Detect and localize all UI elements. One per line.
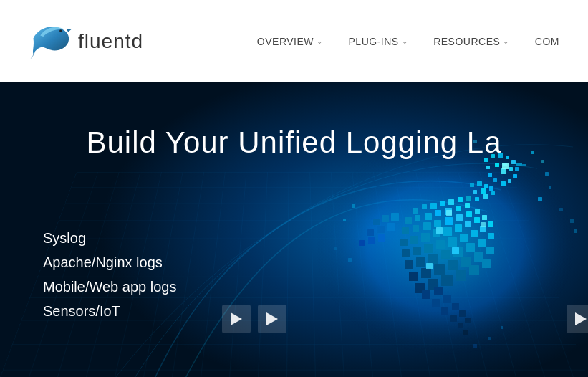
svg-rect-88	[469, 265, 479, 275]
svg-rect-32	[430, 203, 437, 209]
svg-rect-55	[443, 227, 452, 236]
nav-label-com: COM	[535, 36, 559, 47]
svg-rect-104	[463, 330, 468, 335]
svg-rect-74	[466, 243, 475, 252]
play-button-2[interactable]	[258, 305, 286, 333]
svg-rect-126	[574, 229, 577, 233]
svg-rect-12	[488, 173, 492, 177]
svg-rect-127	[502, 163, 509, 169]
nav-item-com[interactable]: COM	[522, 30, 559, 53]
nav-item-plugins[interactable]: PLUG-INS ⌄	[336, 30, 421, 53]
svg-rect-122	[488, 337, 491, 340]
svg-rect-14	[495, 163, 499, 167]
svg-rect-87	[456, 270, 466, 281]
svg-rect-27	[475, 197, 479, 201]
svg-rect-80	[448, 260, 458, 270]
svg-point-0	[59, 29, 62, 32]
svg-rect-53	[421, 233, 430, 242]
svg-rect-66	[471, 230, 478, 237]
chevron-down-icon: ⌄	[503, 37, 509, 45]
svg-rect-20	[470, 183, 474, 187]
svg-rect-9	[508, 179, 511, 183]
svg-rect-110	[352, 204, 355, 208]
site-header: fluentd OVERVIEW ⌄ PLUG-INS ⌄ RESOURCES …	[0, 0, 588, 82]
play-button-right[interactable]	[567, 305, 588, 333]
svg-rect-86	[441, 275, 453, 286]
svg-rect-83	[486, 247, 494, 254]
svg-rect-94	[377, 226, 385, 233]
svg-rect-21	[477, 181, 482, 186]
svg-rect-132	[481, 222, 486, 227]
svg-rect-78	[421, 268, 431, 278]
logo-text: fluentd	[78, 30, 143, 53]
svg-rect-76	[488, 233, 494, 239]
svg-rect-130	[452, 247, 459, 254]
svg-rect-102	[450, 315, 457, 322]
svg-rect-19	[522, 164, 526, 166]
svg-rect-77	[409, 272, 418, 281]
svg-rect-72	[441, 250, 450, 259]
svg-rect-111	[343, 219, 346, 221]
svg-rect-79	[434, 264, 445, 275]
nav-item-overview[interactable]: OVERVIEW ⌄	[244, 30, 336, 53]
svg-rect-99	[422, 290, 430, 299]
svg-rect-71	[428, 254, 438, 264]
svg-rect-36	[405, 217, 412, 224]
svg-rect-23	[473, 190, 477, 194]
hero-section: Build Your Unified Logging La Syslog Apa…	[0, 82, 588, 377]
list-item-sensors: Sensors/IoT	[43, 299, 176, 323]
nav-item-resources[interactable]: RESOURCES ⌄	[420, 30, 522, 53]
svg-rect-45	[423, 222, 431, 230]
svg-rect-92	[391, 213, 399, 221]
svg-rect-34	[448, 199, 454, 205]
chevron-down-icon: ⌄	[402, 37, 408, 45]
play-buttons-group	[222, 305, 286, 333]
svg-rect-68	[488, 221, 493, 227]
svg-rect-39	[435, 210, 441, 216]
svg-rect-69	[405, 260, 413, 269]
svg-rect-13	[486, 166, 490, 169]
main-nav: OVERVIEW ⌄ PLUG-INS ⌄ RESOURCES ⌄ COM	[244, 30, 559, 53]
svg-rect-41	[456, 206, 461, 211]
svg-rect-43	[402, 227, 409, 234]
svg-rect-50	[475, 209, 480, 214]
svg-rect-114	[545, 172, 549, 176]
svg-rect-105	[434, 287, 443, 295]
logo[interactable]: fluentd	[29, 18, 143, 65]
nav-label-resources: RESOURCES	[433, 36, 500, 47]
svg-rect-128	[446, 210, 452, 216]
svg-rect-119	[559, 208, 563, 211]
svg-rect-60	[402, 249, 410, 257]
svg-rect-33	[440, 201, 445, 206]
svg-rect-17	[509, 167, 513, 171]
svg-rect-70	[416, 257, 425, 267]
svg-rect-11	[493, 178, 497, 182]
svg-rect-51	[400, 239, 408, 246]
svg-rect-59	[482, 215, 487, 220]
svg-rect-29	[491, 191, 495, 195]
svg-rect-91	[382, 215, 389, 222]
play-triangle-icon-2	[266, 312, 278, 325]
svg-rect-89	[482, 259, 491, 268]
svg-rect-96	[359, 240, 365, 246]
svg-rect-31	[422, 204, 427, 209]
svg-rect-97	[368, 237, 375, 244]
svg-rect-24	[481, 188, 486, 194]
svg-rect-90	[373, 219, 380, 225]
chevron-down-icon: ⌄	[317, 37, 323, 45]
svg-rect-48	[456, 214, 463, 221]
svg-rect-95	[387, 223, 395, 231]
svg-rect-108	[459, 310, 466, 317]
svg-rect-75	[478, 239, 486, 247]
play-button-1[interactable]	[222, 305, 251, 333]
svg-rect-52	[410, 236, 418, 244]
list-item-apache: Apache/Nginx logs	[43, 250, 176, 275]
svg-rect-10	[501, 181, 506, 186]
svg-rect-44	[413, 225, 419, 232]
svg-rect-116	[538, 197, 542, 201]
svg-rect-121	[348, 258, 352, 262]
svg-rect-46	[434, 220, 441, 227]
list-item-mobile: Mobile/Web app logs	[43, 275, 176, 299]
svg-rect-30	[413, 208, 418, 214]
nav-label-plugins: PLUG-INS	[349, 36, 399, 47]
